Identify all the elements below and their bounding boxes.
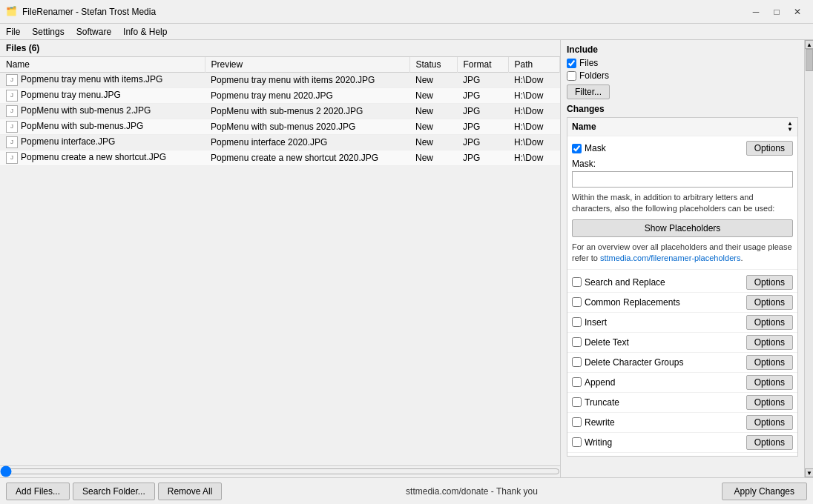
cell-format: JPG: [457, 119, 508, 135]
cell-status: New: [409, 150, 457, 166]
filter-button[interactable]: Filter...: [567, 84, 610, 99]
change-checkbox-4[interactable]: [572, 357, 582, 367]
apply-changes-button[interactable]: Apply Changes: [722, 483, 807, 500]
cell-path: H:\Dow: [508, 135, 559, 150]
change-item-left: Append: [572, 377, 615, 388]
mask-input[interactable]: %name% %yyyy%: [572, 171, 793, 188]
minimize-button[interactable]: ─: [746, 4, 766, 19]
maximize-button[interactable]: □: [767, 4, 786, 19]
folders-label: Folders: [579, 70, 609, 81]
change-item: Truncate Options: [567, 393, 797, 413]
menu-file[interactable]: File: [0, 24, 26, 39]
scroll-down-arrow[interactable]: ▼: [805, 468, 813, 477]
change-options-btn-0[interactable]: Options: [746, 275, 793, 290]
change-options-btn-3[interactable]: Options: [746, 335, 793, 350]
change-options-btn-2[interactable]: Options: [746, 315, 793, 330]
change-checkbox-2[interactable]: [572, 317, 582, 327]
scroll-thumb[interactable]: [806, 49, 813, 71]
menu-settings[interactable]: Settings: [26, 24, 70, 39]
col-status[interactable]: Status: [409, 57, 457, 73]
cell-path: H:\Dow: [508, 73, 559, 88]
table-row[interactable]: JPopmenu tray menu.JPG Popmenu tray menu…: [0, 88, 560, 104]
change-options-btn-6[interactable]: Options: [746, 395, 793, 410]
folders-checkbox-row: Folders: [567, 70, 798, 81]
cell-status: New: [409, 88, 457, 104]
table-row[interactable]: JPopmenu create a new shortcut.JPG Popme…: [0, 150, 560, 166]
mask-checkbox[interactable]: [572, 144, 582, 153]
change-checkbox-3[interactable]: [572, 337, 582, 347]
titlebar: 🗂️ FileRenamer - Stefan Trost Media ─ □ …: [0, 0, 813, 24]
change-options-btn-8[interactable]: Options: [746, 435, 793, 450]
change-item: Insert Options: [567, 313, 797, 333]
change-checkbox-0[interactable]: [572, 277, 582, 287]
change-options-btn-1[interactable]: Options: [746, 295, 793, 310]
change-item-label-1: Common Replacements: [585, 297, 680, 308]
change-item-left: Insert: [572, 317, 607, 328]
menu-software[interactable]: Software: [70, 24, 117, 39]
change-item-left: Delete Character Groups: [572, 357, 683, 368]
file-table[interactable]: Name Preview Status Format Path JPopmenu…: [0, 57, 560, 465]
change-item-label-4: Delete Character Groups: [585, 357, 683, 368]
menubar: File Settings Software Info & Help: [0, 24, 813, 40]
table-row[interactable]: JPopMenu with sub-menus.JPG PopMenu with…: [0, 119, 560, 135]
file-panel: Files (6) Name Preview Status Format Pat…: [0, 40, 561, 477]
cell-status: New: [409, 135, 457, 150]
col-path[interactable]: Path: [508, 57, 559, 73]
change-item-left: Writing: [572, 437, 612, 448]
change-options-btn-4[interactable]: Options: [746, 355, 793, 370]
file-icon: J: [6, 152, 18, 164]
change-options-btn-7[interactable]: Options: [746, 415, 793, 430]
add-files-button[interactable]: Add Files...: [6, 483, 70, 500]
name-row-label: Name: [572, 122, 596, 132]
cell-name: JPopMenu with sub-menus 2.JPG: [0, 104, 205, 119]
cell-preview: PopMenu with sub-menus 2020.JPG: [205, 119, 409, 135]
bottom-bar-left: Add Files... Search Folder... Remove All: [6, 483, 222, 500]
change-item-label-7: Rewrite: [585, 417, 615, 428]
change-checkbox-1[interactable]: [572, 297, 582, 307]
cell-path: H:\Dow: [508, 104, 559, 119]
table-row[interactable]: JPopMenu with sub-menus 2.JPG PopMenu wi…: [0, 104, 560, 119]
mask-row: Mask Options: [572, 141, 793, 156]
change-item: Writing Options: [567, 433, 797, 453]
cell-status: New: [409, 119, 457, 135]
sort-down-arrow[interactable]: ▼: [787, 127, 793, 133]
table-row[interactable]: JPopmenu interface.JPG Popmenu interface…: [0, 135, 560, 150]
window-controls: ─ □ ✕: [746, 4, 807, 19]
menu-info-help[interactable]: Info & Help: [117, 24, 173, 39]
change-item-left: Common Replacements: [572, 297, 680, 308]
change-item: Search and Replace Options: [567, 273, 797, 293]
cell-path: H:\Dow: [508, 150, 559, 166]
change-checkbox-8[interactable]: [572, 437, 582, 447]
table-row[interactable]: JPopmenu tray menu with items.JPG Popmen…: [0, 73, 560, 88]
right-scrollbar[interactable]: ▲ ▼: [804, 40, 813, 477]
cell-path: H:\Dow: [508, 88, 559, 104]
changes-section: Name ▲ ▼ Mask Options: [567, 117, 798, 457]
scroll-up-arrow[interactable]: ▲: [805, 40, 813, 49]
close-button[interactable]: ✕: [788, 4, 807, 19]
horizontal-scrollbar[interactable]: [0, 465, 560, 477]
col-format[interactable]: Format: [457, 57, 508, 73]
placeholder-link[interactable]: sttmedia.com/filerenamer-placeholders: [600, 253, 741, 262]
change-item-left: Delete Text: [572, 337, 629, 348]
change-checkbox-6[interactable]: [572, 397, 582, 407]
change-item: Rewrite Options: [567, 413, 797, 433]
folders-checkbox[interactable]: [567, 71, 576, 81]
change-item: Delete Text Options: [567, 333, 797, 353]
col-name[interactable]: Name: [0, 57, 205, 73]
show-placeholders-button[interactable]: Show Placeholders: [572, 219, 793, 237]
mask-options-button[interactable]: Options: [746, 141, 793, 156]
files-checkbox[interactable]: [567, 59, 576, 68]
sort-arrows: ▲ ▼: [787, 121, 793, 133]
change-checkbox-5[interactable]: [572, 377, 582, 387]
search-folder-button[interactable]: Search Folder...: [73, 483, 155, 500]
col-preview[interactable]: Preview: [205, 57, 409, 73]
remove-all-button[interactable]: Remove All: [158, 483, 223, 500]
change-options-btn-5[interactable]: Options: [746, 375, 793, 390]
title-text: FileRenamer - Stefan Trost Media: [22, 7, 156, 17]
change-item-left: Truncate: [572, 397, 619, 408]
files-header: Files (6): [0, 40, 560, 57]
change-checkbox-7[interactable]: [572, 417, 582, 427]
cell-status: New: [409, 104, 457, 119]
h-scrollbar-range[interactable]: [0, 466, 560, 477]
name-row: Name ▲ ▼: [567, 118, 797, 136]
